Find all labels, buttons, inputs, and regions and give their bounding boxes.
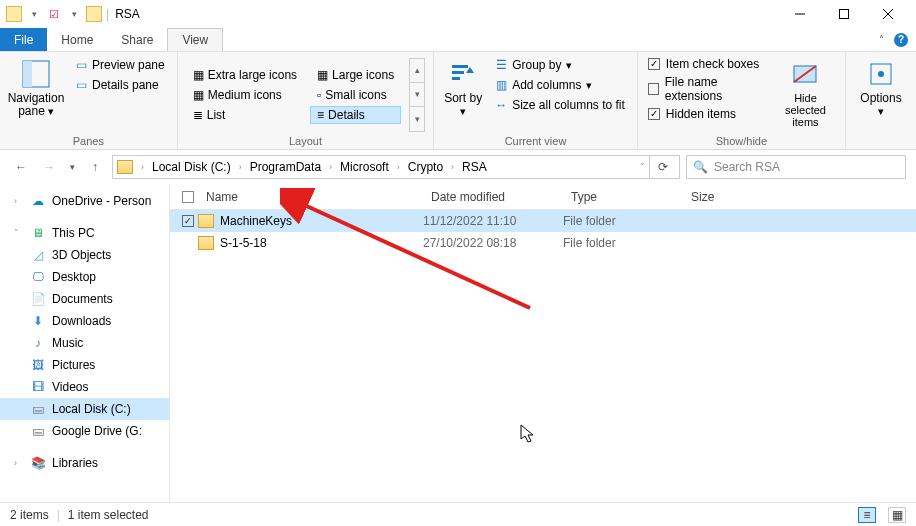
minimize-button[interactable] [778,0,822,28]
svg-point-12 [878,71,884,77]
cloud-icon: ☁ [30,193,46,209]
crumb-crypto[interactable]: Crypto [404,160,447,174]
file-date: 11/12/2022 11:10 [423,214,563,228]
ribbon: Navigation pane ▾ ▭Preview pane ▭Details… [0,52,916,150]
view-details-button[interactable]: ≡ [858,507,876,523]
file-tab[interactable]: File [0,28,47,51]
preview-pane-button[interactable]: ▭Preview pane [70,56,169,74]
sort-by-button[interactable]: Sort by ▾ [442,56,484,117]
hidden-items-toggle[interactable]: Hidden items [646,106,768,122]
tree-local-disk[interactable]: 🖴Local Disk (C:) [0,398,169,420]
address-bar[interactable]: › Local Disk (C:)› ProgramData› Microsof… [112,155,680,179]
layout-list[interactable]: ≣List [186,106,304,124]
tree-onedrive[interactable]: ›☁OneDrive - Person [0,190,169,212]
item-check-boxes-toggle[interactable]: Item check boxes [646,56,768,72]
tree-documents[interactable]: 📄Documents [0,288,169,310]
extra-large-icon: ▦ [193,68,204,82]
disk-icon: 🖴 [30,401,46,417]
options-button[interactable]: Options▾ [854,56,908,117]
view-large-button[interactable]: ▦ [888,507,906,523]
title-bar: ▾ ☑ ▾ | RSA [0,0,916,28]
layout-details[interactable]: ≡Details [310,106,401,124]
address-dropdown-icon[interactable]: ˅ [638,162,647,172]
chevron-right-icon[interactable]: › [139,162,146,172]
layout-scroll[interactable]: ▴▾▾ [409,58,425,132]
layout-extra-large[interactable]: ▦Extra large icons [186,66,304,84]
tree-music[interactable]: ♪Music [0,332,169,354]
file-name: S-1-5-18 [220,236,267,250]
medium-icon: ▦ [193,88,204,102]
window-title: RSA [115,7,140,21]
qa-dropdown-icon[interactable]: ▾ [26,6,42,22]
layout-large[interactable]: ▦Large icons [310,66,401,84]
view-label: View [182,33,208,47]
disk-icon: 🖴 [30,423,46,439]
tree-3d-objects[interactable]: ◿3D Objects [0,244,169,266]
search-input[interactable]: 🔍 Search RSA [686,155,906,179]
chevron-right-icon[interactable]: › [327,162,334,172]
help-icon[interactable]: ? [894,33,908,47]
column-type[interactable]: Type [563,190,683,204]
crumb-programdata[interactable]: ProgramData [246,160,325,174]
hide-selected-icon [789,58,821,90]
size-columns-button[interactable]: ↔Size all columns to fit [490,96,629,114]
tree-downloads[interactable]: ⬇Downloads [0,310,169,332]
share-tab[interactable]: Share [107,28,167,51]
current-view-label: Current view [442,133,629,149]
tree-videos[interactable]: 🎞Videos [0,376,169,398]
sidebar[interactable]: ›☁OneDrive - Person ˅🖥This PC ◿3D Object… [0,184,170,502]
file-row-s-1-5-18[interactable]: S-1-5-18 27/10/2022 08:18 File folder [170,232,916,254]
file-extensions-toggle[interactable]: File name extensions [646,74,768,104]
maximize-button[interactable] [822,0,866,28]
crumb-microsoft[interactable]: Microsoft [336,160,393,174]
tree-libraries[interactable]: ›📚Libraries [0,452,169,474]
tree-thispc[interactable]: ˅🖥This PC [0,222,169,244]
chevron-right-icon[interactable]: › [395,162,402,172]
group-by-button[interactable]: ☰Group by ▾ [490,56,629,74]
select-all-checkbox[interactable] [178,191,198,203]
column-size[interactable]: Size [683,190,763,204]
forward-button[interactable]: → [38,156,60,178]
navigation-pane-button[interactable]: Navigation pane ▾ [8,56,64,118]
size-columns-label: Size all columns to fit [512,98,625,112]
crumb-rsa[interactable]: RSA [458,160,491,174]
chevron-right-icon[interactable]: › [237,162,244,172]
row-checkbox[interactable] [182,215,194,227]
file-row-machinekeys[interactable]: MachineKeys 11/12/2022 11:10 File folder [170,210,916,232]
column-name[interactable]: Name [198,190,423,204]
videos-icon: 🎞 [30,379,46,395]
layout-medium[interactable]: ▦Medium icons [186,86,304,104]
pictures-icon: 🖼 [30,357,46,373]
qa-dropdown2-icon[interactable]: ▾ [66,6,82,22]
folder-icon-2 [86,6,102,22]
tree-desktop[interactable]: 🖵Desktop [0,266,169,288]
sort-by-label: Sort by [444,91,482,105]
recent-dropdown[interactable]: ▾ [66,156,78,178]
tree-google-drive[interactable]: 🖴Google Drive (G: [0,420,169,442]
svg-rect-7 [452,71,464,74]
home-tab[interactable]: Home [47,28,107,51]
svg-rect-6 [452,65,468,68]
view-tab[interactable]: View [167,28,223,51]
add-columns-label: Add columns [512,78,581,92]
layout-small[interactable]: ▫Small icons [310,86,401,104]
hide-selected-button[interactable]: Hide selected items [774,56,837,128]
collapse-ribbon-icon[interactable]: ˄ [879,34,884,45]
column-date[interactable]: Date modified [423,190,563,204]
crumb-localdisk[interactable]: Local Disk (C:) [148,160,235,174]
home-label: Home [61,33,93,47]
options-group-label [854,133,908,149]
file-type: File folder [563,214,683,228]
chevron-right-icon[interactable]: › [449,162,456,172]
qa-checkbox-icon[interactable]: ☑ [46,6,62,22]
back-button[interactable]: ← [10,156,32,178]
file-date: 27/10/2022 08:18 [423,236,563,250]
group-by-label: Group by [512,58,561,72]
tree-pictures[interactable]: 🖼Pictures [0,354,169,376]
add-columns-button[interactable]: ▥Add columns ▾ [490,76,629,94]
close-button[interactable] [866,0,910,28]
up-button[interactable]: ↑ [84,156,106,178]
share-label: Share [121,33,153,47]
details-pane-button[interactable]: ▭Details pane [70,76,169,94]
refresh-button[interactable]: ⟳ [649,156,675,178]
